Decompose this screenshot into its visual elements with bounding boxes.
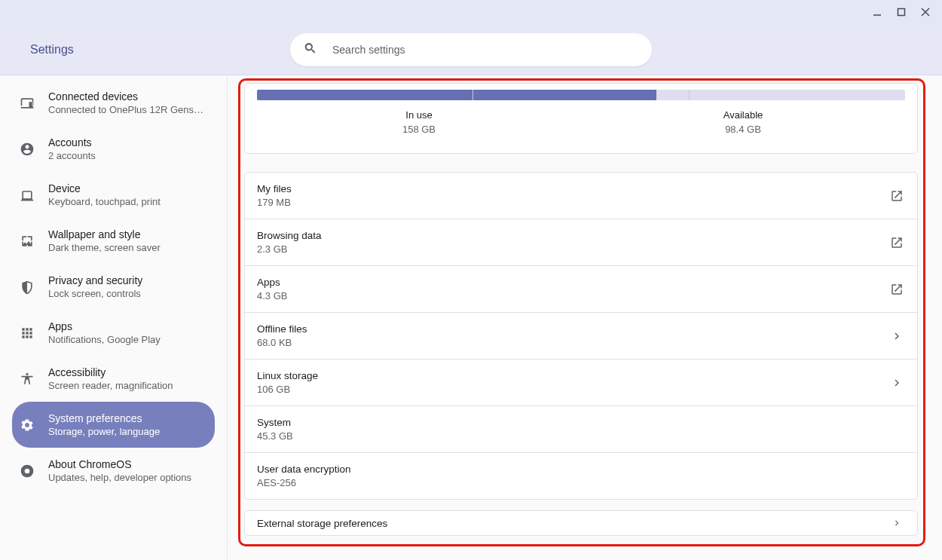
storage-usage-card: In use 158 GB Available 98.4 GB xyxy=(244,83,918,154)
sidebar-item-label: About ChromeOS xyxy=(48,458,191,470)
sidebar-item-accounts[interactable]: Accounts 2 accounts xyxy=(12,126,215,172)
launch-icon xyxy=(888,188,905,204)
main-content: In use 158 GB Available 98.4 GB My files… xyxy=(228,75,942,560)
storage-row-linux[interactable]: Linux storage 106 GB xyxy=(245,360,917,406)
sidebar-item-about[interactable]: About ChromeOS Updates, help, developer … xyxy=(12,448,215,494)
sidebar-item-sub: Updates, help, developer options xyxy=(48,472,191,483)
sidebar-item-sub: Notifications, Google Play xyxy=(48,334,161,345)
header: Settings xyxy=(0,24,942,75)
sidebar-item-apps[interactable]: Apps Notifications, Google Play xyxy=(12,310,215,356)
storage-in-use-value: 158 GB xyxy=(257,124,581,135)
launch-icon xyxy=(888,234,905,251)
sidebar-item-sub: Dark theme, screen saver xyxy=(48,242,161,253)
storage-available-value: 98.4 GB xyxy=(581,124,905,135)
sidebar-item-system-preferences[interactable]: System preferences Storage, power, langu… xyxy=(12,402,215,448)
storage-row-system: System 45.3 GB xyxy=(245,406,917,453)
wallpaper-icon xyxy=(20,234,35,249)
row-label: External storage preferences xyxy=(257,518,888,529)
external-storage-preferences[interactable]: External storage preferences xyxy=(244,510,918,536)
sidebar-item-label: Device xyxy=(48,182,161,194)
sidebar-item-sub: Keyboard, touchpad, print xyxy=(48,196,161,207)
titlebar xyxy=(0,0,942,24)
apps-icon xyxy=(20,326,35,341)
row-label: Offline files xyxy=(257,323,888,335)
sidebar-item-label: Accounts xyxy=(48,136,96,148)
sidebar-item-sub: Lock screen, controls xyxy=(48,288,142,299)
storage-breakdown-card: My files 179 MB Browsing data 2.3 GB App… xyxy=(244,172,918,500)
storage-progress-bar xyxy=(257,90,905,100)
search-input[interactable] xyxy=(331,43,638,57)
close-button[interactable] xyxy=(913,0,937,24)
chevron-right-icon xyxy=(888,375,905,391)
sidebar-item-sub: Connected to OnePlus 12R Gens… xyxy=(48,104,203,115)
sidebar: Connected devices Connected to OnePlus 1… xyxy=(0,75,228,560)
sidebar-item-device[interactable]: Device Keyboard, touchpad, print xyxy=(12,172,215,218)
app-title: Settings xyxy=(30,43,74,57)
chevron-right-icon xyxy=(888,515,905,531)
gear-icon xyxy=(20,418,35,433)
storage-row-encryption: User data encryption AES-256 xyxy=(245,453,917,499)
row-value: 2.3 GB xyxy=(257,243,888,255)
launch-icon xyxy=(888,281,905,298)
row-value: AES-256 xyxy=(257,477,888,488)
sidebar-item-wallpaper[interactable]: Wallpaper and style Dark theme, screen s… xyxy=(12,218,215,264)
account-icon xyxy=(20,142,35,157)
row-label: User data encryption xyxy=(257,464,888,475)
sidebar-item-connected-devices[interactable]: Connected devices Connected to OnePlus 1… xyxy=(12,80,215,126)
maximize-button[interactable] xyxy=(889,0,913,24)
sidebar-item-sub: Screen reader, magnification xyxy=(48,380,173,391)
sidebar-item-label: Apps xyxy=(48,320,161,332)
sidebar-item-label: Accessibility xyxy=(48,366,173,378)
sidebar-item-sub: 2 accounts xyxy=(48,150,96,161)
storage-row-apps[interactable]: Apps 4.3 GB xyxy=(245,266,917,313)
sidebar-item-privacy[interactable]: Privacy and security Lock screen, contro… xyxy=(12,264,215,310)
shield-icon xyxy=(20,280,35,295)
search-icon xyxy=(304,41,317,57)
devices-icon xyxy=(20,96,35,111)
row-value: 4.3 GB xyxy=(257,290,888,301)
storage-row-browsing-data[interactable]: Browsing data 2.3 GB xyxy=(245,219,917,266)
laptop-icon xyxy=(20,188,35,203)
search-box[interactable] xyxy=(290,33,652,66)
minimize-button[interactable] xyxy=(865,0,889,24)
chevron-right-icon xyxy=(888,328,905,344)
sidebar-item-label: Privacy and security xyxy=(48,274,142,286)
row-value: 106 GB xyxy=(257,384,888,395)
sidebar-item-label: Wallpaper and style xyxy=(48,228,161,240)
sidebar-item-accessibility[interactable]: Accessibility Screen reader, magnificati… xyxy=(12,356,215,402)
storage-row-offline-files[interactable]: Offline files 68.0 KB xyxy=(245,313,917,360)
storage-available-label: Available xyxy=(581,109,905,121)
row-label: System xyxy=(257,417,888,428)
sidebar-item-sub: Storage, power, language xyxy=(48,426,160,437)
row-value: 68.0 KB xyxy=(257,337,888,348)
sidebar-item-label: System preferences xyxy=(48,412,160,424)
storage-in-use-label: In use xyxy=(257,109,581,121)
accessibility-icon xyxy=(20,372,35,387)
row-label: Linux storage xyxy=(257,370,888,381)
chrome-icon xyxy=(20,464,35,479)
storage-row-my-files[interactable]: My files 179 MB xyxy=(245,173,917,219)
svg-rect-3 xyxy=(898,9,905,16)
row-value: 45.3 GB xyxy=(257,430,888,442)
row-label: My files xyxy=(257,183,888,194)
storage-progress-fill xyxy=(257,90,656,100)
row-label: Apps xyxy=(257,277,888,288)
row-value: 179 MB xyxy=(257,197,888,208)
sidebar-item-label: Connected devices xyxy=(48,90,203,103)
row-label: Browsing data xyxy=(257,230,888,241)
